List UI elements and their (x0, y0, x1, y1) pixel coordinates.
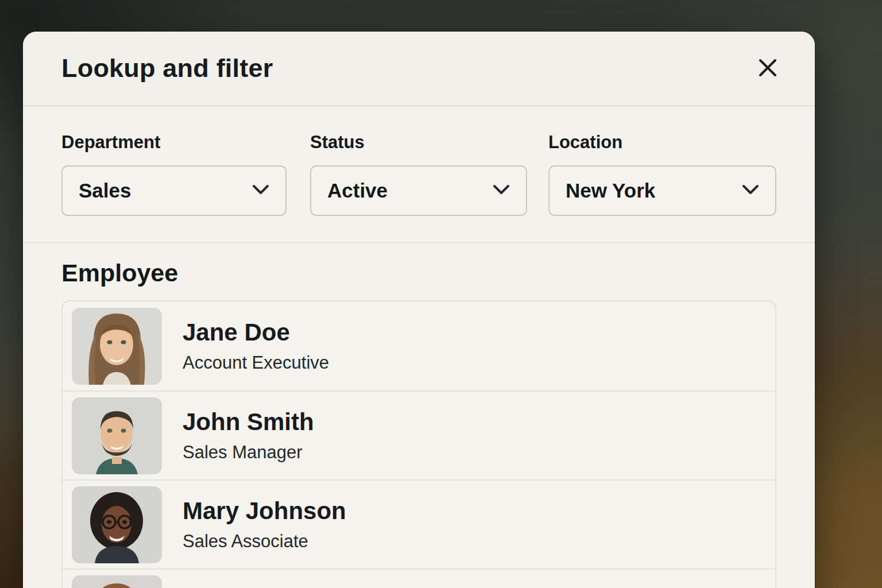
employee-name: Jane Doe (183, 320, 329, 345)
filters-bar: Department Sales Status Active Location … (23, 106, 815, 243)
location-selected-value: New York (566, 179, 655, 202)
avatar-jane-doe (72, 308, 162, 385)
employee-heading: Employee (61, 259, 776, 287)
department-selected-value: Sales (79, 179, 131, 202)
employee-name: John Smith (183, 410, 314, 434)
location-select[interactable]: New York (548, 165, 776, 216)
employee-info: Jane Doe Account Executive (183, 320, 329, 372)
dialog-header: Lookup and filter (23, 32, 815, 106)
avatar-john-smith (72, 397, 162, 474)
filter-department: Department Sales (61, 132, 287, 216)
employee-section: Employee (23, 243, 815, 588)
location-label: Location (548, 132, 776, 153)
employee-row-james-brown[interactable]: James Brown (63, 568, 775, 588)
status-select[interactable]: Active (310, 165, 527, 216)
chevron-down-icon (741, 183, 760, 198)
department-label: Department (61, 132, 287, 153)
filter-status: Status Active (310, 132, 527, 216)
employee-row-mary-johnson[interactable]: Mary Johnson Sales Associate (63, 479, 775, 568)
filter-location: Location New York (548, 132, 776, 216)
employee-row-jane-doe[interactable]: Jane Doe Account Executive (63, 301, 775, 390)
avatar-mary-johnson (72, 486, 162, 563)
lookup-and-filter-dialog: Lookup and filter Department Sales Statu… (23, 32, 815, 588)
close-button[interactable] (752, 52, 784, 84)
employee-info: John Smith Sales Manager (183, 410, 314, 461)
status-selected-value: Active (327, 179, 388, 202)
employee-row-john-smith[interactable]: John Smith Sales Manager (63, 390, 775, 479)
employee-role: Sales Associate (183, 532, 346, 550)
employee-role: Account Executive (183, 354, 329, 372)
employee-info: Mary Johnson Sales Associate (183, 499, 346, 550)
dialog-title: Lookup and filter (61, 53, 273, 83)
status-label: Status (310, 132, 527, 153)
employee-name: Mary Johnson (183, 499, 346, 523)
avatar-james-brown (72, 575, 162, 588)
chevron-down-icon (492, 183, 511, 198)
department-select[interactable]: Sales (61, 165, 287, 216)
chevron-down-icon (251, 183, 270, 198)
x-close-icon (756, 56, 779, 81)
employee-list: Jane Doe Account Executive (61, 300, 776, 588)
employee-role: Sales Manager (183, 443, 314, 461)
